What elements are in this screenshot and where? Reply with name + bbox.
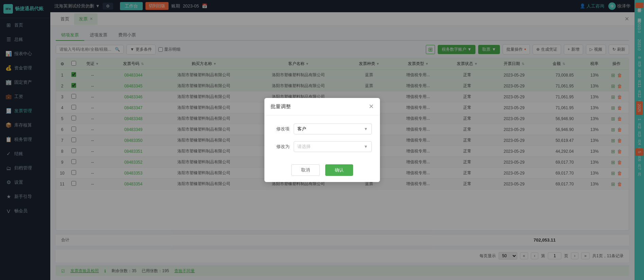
- modal-close-button[interactable]: ✕: [369, 103, 374, 110]
- modify-to-row: 修改为 请选择 ▼: [273, 141, 372, 152]
- modify-field-row: 修改项 客户 ▼: [273, 123, 372, 134]
- modify-to-dropdown[interactable]: 请选择 ▼: [294, 141, 372, 152]
- modal-confirm-button[interactable]: 确认: [325, 164, 353, 176]
- modify-field-arrow: ▼: [364, 127, 368, 131]
- modal-footer: 取消 确认: [264, 160, 380, 182]
- modify-to-label: 修改为: [273, 144, 290, 150]
- modal-title: 批量调整: [271, 103, 291, 110]
- batch-adjust-modal: 批量调整 ✕ 修改项 客户 ▼ 修改为 请选择 ▼ 取消 确认: [264, 98, 380, 182]
- modify-to-value: 请选择: [297, 144, 311, 150]
- modify-field-dropdown[interactable]: 客户 ▼: [294, 123, 372, 134]
- modal-body: 修改项 客户 ▼ 修改为 请选择 ▼: [264, 115, 380, 160]
- modal-header: 批量调整 ✕: [264, 98, 380, 115]
- modify-to-arrow: ▼: [364, 144, 368, 149]
- modal-cancel-button[interactable]: 取消: [291, 164, 320, 176]
- modify-field-value: 客户: [297, 126, 306, 132]
- modal-overlay[interactable]: 批量调整 ✕ 修改项 客户 ▼ 修改为 请选择 ▼ 取消 确认: [0, 0, 644, 280]
- modify-field-label: 修改项: [273, 126, 290, 132]
